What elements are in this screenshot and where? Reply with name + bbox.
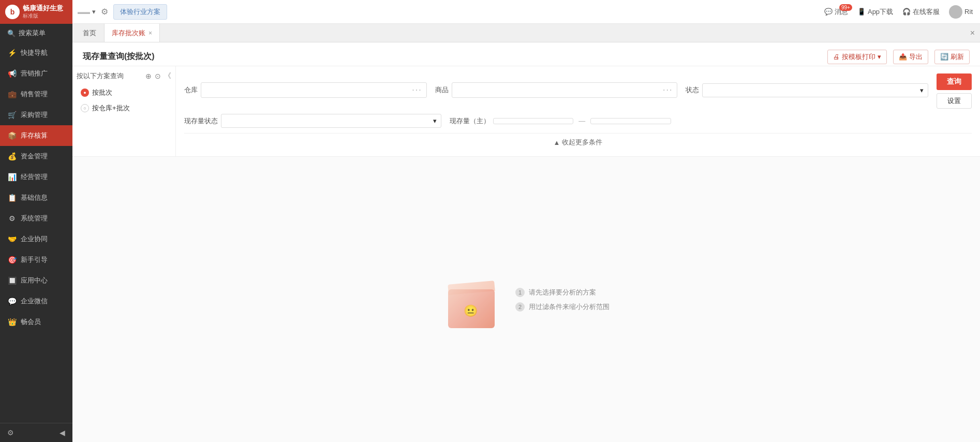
- warehouse-label: 仓库: [184, 85, 198, 95]
- sidebar-logo: b: [5, 5, 20, 19]
- scheme-label-0: 按批次: [92, 88, 112, 97]
- topbar-gear-icon[interactable]: ⚙: [101, 7, 108, 17]
- sidebar-item-9[interactable]: 🤝 企业协同: [0, 229, 72, 249]
- scheme-dot-0: ●: [81, 89, 89, 97]
- empty-tip-2: 2 用过滤条件来缩小分析范围: [515, 302, 610, 312]
- empty-state: 😐 1 请先选择要分析的方案 2 用过滤条件来缩小分析范围: [72, 157, 980, 442]
- print-button[interactable]: 🖨 按模板打印 ▾: [827, 50, 887, 64]
- refresh-button[interactable]: 🔄 刷新: [934, 50, 970, 64]
- sidebar-item-4[interactable]: 📦 库存核算: [0, 125, 72, 146]
- status-select[interactable]: ▾: [702, 83, 928, 97]
- scheme-item-0[interactable]: ● 按批次: [77, 85, 171, 100]
- username-label: Rit: [964, 8, 973, 16]
- warehouse-input[interactable]: ···: [201, 82, 427, 98]
- scheme-title: 按以下方案查询: [77, 71, 124, 81]
- nav-label-1: 营销推广: [21, 69, 48, 78]
- sidebar-item-7[interactable]: 📋 基础信息: [0, 187, 72, 208]
- sidebar-item-8[interactable]: ⚙ 系统管理: [0, 208, 72, 229]
- sidebar-item-11[interactable]: 🔲 应用中心: [0, 270, 72, 291]
- avatar: [949, 5, 962, 19]
- tab-inventory-batch[interactable]: 库存批次账 ×: [104, 24, 160, 42]
- user-avatar-button[interactable]: Rit: [949, 5, 973, 19]
- collapse-icon: ▲: [554, 139, 560, 146]
- nav-icon-9: 🤝: [7, 234, 17, 244]
- setting-button[interactable]: 设置: [937, 93, 972, 109]
- nav-label-11: 应用中心: [21, 276, 48, 285]
- message-badge: 99+: [839, 4, 852, 11]
- nav-label-7: 基础信息: [21, 193, 48, 202]
- collapse-label: 收起更多条件: [562, 138, 602, 147]
- app-version: 标准版: [23, 12, 63, 20]
- sidebar-item-0[interactable]: ⚡ 快捷导航: [0, 42, 72, 63]
- sidebar-item-12[interactable]: 💬 企业微信: [0, 291, 72, 312]
- empty-tips: 1 请先选择要分析的方案 2 用过滤条件来缩小分析范围: [515, 288, 610, 312]
- nav-icon-1: 📢: [7, 69, 17, 78]
- sidebar-footer: ⚙ ◀: [0, 423, 72, 442]
- sidebar-item-5[interactable]: 💰 资金管理: [0, 146, 72, 167]
- scheme-dot-1: ○: [81, 104, 89, 112]
- tab-close-icon[interactable]: ×: [149, 30, 152, 37]
- nav-icon-5: 💰: [7, 152, 17, 161]
- settings-icon[interactable]: ⚙: [7, 429, 14, 437]
- empty-tip-1: 1 请先选择要分析的方案: [515, 288, 610, 297]
- nav-label-5: 资金管理: [21, 152, 48, 161]
- inventory-status-select[interactable]: ▾: [221, 114, 441, 128]
- status-label: 状态: [686, 85, 699, 95]
- nav-label-10: 新手引导: [21, 255, 48, 264]
- empty-illustration: 😐: [443, 271, 500, 328]
- nav-icon-13: 👑: [7, 317, 17, 327]
- product-dots-icon: ···: [663, 85, 673, 95]
- topbar-dropdown[interactable]: ▬▬ ▾: [78, 8, 96, 16]
- inventory-qty-from-input[interactable]: [493, 118, 573, 124]
- sidebar-item-1[interactable]: 📢 营销推广: [0, 63, 72, 84]
- collapse-scheme-icon[interactable]: 《: [164, 71, 171, 81]
- sidebar-item-6[interactable]: 📊 经营管理: [0, 167, 72, 187]
- scheme-item-1[interactable]: ○ 按仓库+批次: [77, 100, 171, 116]
- nav-label-0: 快捷导航: [21, 48, 48, 57]
- inventory-status-chevron-icon: ▾: [433, 117, 437, 125]
- nav-icon-3: 🛒: [7, 110, 17, 120]
- nav-label-6: 经营管理: [21, 172, 48, 182]
- product-input[interactable]: ···: [452, 82, 678, 98]
- online-support-button[interactable]: 🎧 在线客服: [902, 7, 940, 17]
- add-scheme-icon[interactable]: ⊕: [145, 72, 152, 80]
- export-button[interactable]: 📤 导出: [893, 50, 928, 64]
- nav-label-4: 库存核算: [21, 131, 48, 140]
- tab-home[interactable]: 首页: [76, 24, 104, 42]
- sidebar-header: b 畅康通好生意 标准版: [0, 0, 72, 24]
- warehouse-field: 仓库 ···: [184, 82, 427, 98]
- app-download-label: App下载: [868, 7, 893, 17]
- inventory-qty-to-input[interactable]: [590, 118, 671, 124]
- experience-button[interactable]: 体验行业方案: [113, 4, 167, 20]
- query-button[interactable]: 查询: [937, 73, 972, 90]
- search-icon: 🔍: [7, 30, 16, 37]
- nav-label-3: 采购管理: [21, 110, 48, 120]
- page-title: 现存量查询(按批次): [83, 51, 155, 62]
- main-area: ▬▬ ▾ ⚙ 体验行业方案 💬 消息 99+ 📱 App下载 🎧 在线客服: [72, 0, 980, 442]
- phone-icon: 📱: [857, 8, 866, 16]
- nav-icon-11: 🔲: [7, 276, 17, 285]
- content-area: 现存量查询(按批次) 🖨 按模板打印 ▾ 📤 导出 🔄 刷新: [72, 42, 980, 442]
- collapse-bar[interactable]: ▲ 收起更多条件: [184, 133, 972, 151]
- messages-button[interactable]: 💬 消息 99+: [824, 7, 848, 17]
- tip-text-2: 用过滤条件来缩小分析范围: [529, 302, 610, 312]
- nav-label-13: 畅会员: [21, 317, 41, 327]
- collapse-sidebar-icon[interactable]: ◀: [60, 429, 65, 437]
- panel-close-icon[interactable]: ×: [970, 28, 975, 38]
- tip-num-2: 2: [515, 302, 525, 312]
- settings-scheme-icon[interactable]: ⊙: [155, 72, 161, 80]
- sidebar-item-3[interactable]: 🛒 采购管理: [0, 105, 72, 125]
- tab-inventory-batch-label: 库存批次账: [112, 28, 145, 38]
- nav-icon-2: 💼: [7, 90, 17, 99]
- app-download-button[interactable]: 📱 App下载: [857, 7, 893, 17]
- sidebar-search[interactable]: 🔍 搜索菜单: [0, 24, 72, 42]
- export-label: 导出: [909, 52, 923, 62]
- sidebar-item-10[interactable]: 🎯 新手引导: [0, 249, 72, 270]
- nav-label-12: 企业微信: [21, 297, 48, 306]
- topbar: ▬▬ ▾ ⚙ 体验行业方案 💬 消息 99+ 📱 App下载 🎧 在线客服: [72, 0, 980, 24]
- sidebar-item-2[interactable]: 💼 销售管理: [0, 84, 72, 105]
- sidebar-item-13[interactable]: 👑 畅会员: [0, 312, 72, 332]
- filter-row-1: 仓库 ··· 商品 ··· 状态: [184, 71, 972, 109]
- inventory-qty-label: 现存量（主）: [450, 116, 490, 126]
- nav-icon-7: 📋: [7, 193, 17, 202]
